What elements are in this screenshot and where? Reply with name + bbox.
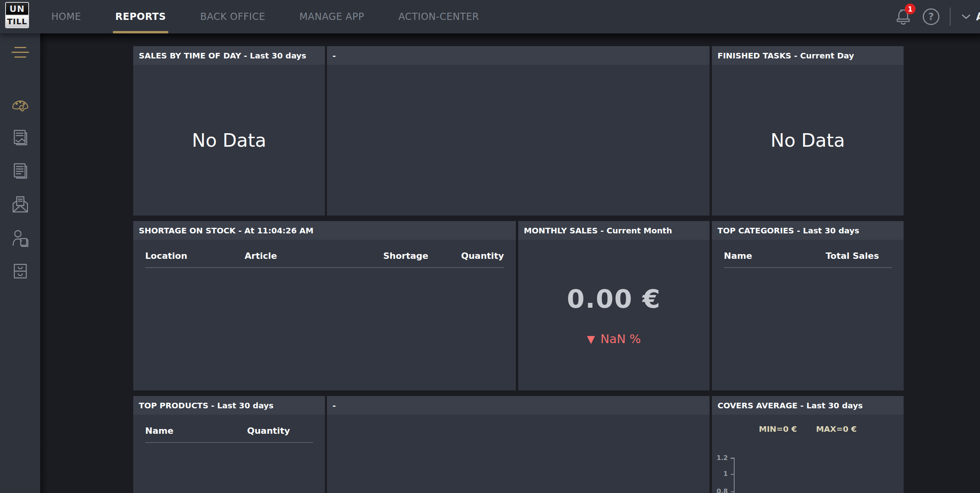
sales-report-icon — [11, 128, 30, 147]
y-tick-label: 1 — [712, 470, 728, 477]
no-data-label: No Data — [712, 65, 904, 215]
column-shortage: Shortage — [341, 251, 428, 261]
y-tick — [731, 474, 734, 475]
nav-home[interactable]: HOME — [49, 0, 84, 33]
card-finished-tasks: FINISHED TASKS - Current Day No Data — [712, 46, 904, 215]
column-article: Article — [245, 251, 341, 261]
nav-manage-app[interactable]: MANAGE APP — [297, 0, 367, 33]
column-quantity: Quantity — [428, 251, 504, 261]
card-untitled-top: - — [327, 46, 710, 215]
column-name: Name — [724, 251, 826, 261]
card-title: COVERS AVERAGE - Last 30 days — [712, 396, 904, 415]
documents-icon — [11, 162, 30, 180]
arrow-down-icon: ▼ — [587, 333, 595, 345]
y-tick — [731, 491, 734, 492]
card-title: - — [327, 46, 710, 65]
topbar-controls: 1 ? AD — [894, 0, 980, 33]
mail-report-icon — [11, 195, 30, 214]
card-top-categories: TOP CATEGORIES - Last 30 days Name Total… — [712, 221, 904, 390]
nav-back-office[interactable]: BACK OFFICE — [198, 0, 268, 33]
card-title: SALES BY TIME OF DAY - Last 30 days — [133, 46, 325, 65]
column-location: Location — [145, 251, 245, 261]
menu-icon[interactable] — [12, 47, 29, 58]
delta-percent-label: NaN % — [601, 332, 641, 346]
user-name-label: AD — [976, 11, 980, 23]
card-title: TOP PRODUCTS - Last 30 days — [133, 396, 325, 415]
sidebar-nav — [0, 95, 40, 280]
notifications-button[interactable]: 1 — [894, 7, 912, 27]
topbar-shadow — [40, 33, 980, 44]
dashboard-icon — [11, 95, 30, 113]
min-label: MIN=0 € — [759, 424, 797, 434]
y-tick-label: 1.2 — [712, 454, 728, 462]
sidebar — [0, 33, 40, 493]
max-label: MAX=0 € — [816, 424, 857, 434]
card-untitled-bottom: - Bear — [327, 396, 710, 493]
column-quantity: Quantity — [247, 426, 290, 436]
untill-logo[interactable]: UN TILL — [5, 2, 29, 28]
logo-line-1: UN — [6, 3, 28, 16]
minmax-row: MIN=0 € MAX=0 € — [712, 424, 904, 434]
logo-line-2: TILL — [6, 16, 28, 27]
monthly-sales-delta: ▼ NaN % — [587, 332, 641, 346]
column-name: Name — [145, 426, 247, 436]
sidebar-item-dashboard[interactable] — [10, 95, 30, 113]
monthly-sales-value: 0.00 € — [567, 284, 661, 314]
y-tick-label: 0.8 — [712, 487, 728, 493]
sidebar-shadow — [40, 33, 48, 493]
nav-action-center[interactable]: ACTION-CENTER — [396, 0, 482, 33]
main-nav: HOME REPORTS BACK OFFICE MANAGE APP ACTI… — [49, 0, 482, 33]
card-title: MONTHLY SALES - Current Month — [518, 221, 710, 240]
nav-reports[interactable]: REPORTS — [113, 0, 168, 33]
table-header-row: Name Quantity — [145, 426, 313, 443]
chart-y-axis — [734, 458, 735, 493]
user-menu[interactable]: AD — [961, 11, 980, 23]
card-title: SHORTAGE ON STOCK - At 11:04:26 AM — [133, 221, 516, 240]
card-top-products: TOP PRODUCTS - Last 30 days Name Quantit… — [133, 396, 325, 493]
sidebar-item-documents[interactable] — [10, 162, 30, 180]
sidebar-item-archive[interactable] — [10, 262, 30, 280]
sidebar-item-customer-report[interactable] — [10, 229, 30, 247]
chevron-down-icon — [961, 13, 971, 21]
top-bar: UN TILL HOME REPORTS BACK OFFICE MANAGE … — [0, 0, 980, 33]
y-tick — [731, 458, 734, 459]
no-data-label: No Data — [133, 65, 325, 215]
archive-icon — [11, 262, 30, 280]
card-title: FINISHED TASKS - Current Day — [712, 46, 904, 65]
card-covers-average: COVERS AVERAGE - Last 30 days MIN=0 € MA… — [712, 396, 904, 493]
notification-badge: 1 — [905, 4, 916, 14]
card-title: - — [327, 396, 710, 415]
customer-report-icon — [11, 229, 30, 247]
card-shortage-on-stock: SHORTAGE ON STOCK - At 11:04:26 AM Locat… — [133, 221, 516, 390]
dashboard-page: UN TILL HOME REPORTS BACK OFFICE MANAGE … — [0, 0, 980, 493]
topbar-divider — [950, 8, 951, 26]
sidebar-item-mail-report[interactable] — [10, 195, 30, 214]
question-mark-icon: ? — [928, 11, 934, 22]
card-sales-by-time: SALES BY TIME OF DAY - Last 30 days No D… — [133, 46, 325, 215]
sidebar-item-sales-report[interactable] — [10, 128, 30, 147]
help-button[interactable]: ? — [923, 8, 939, 25]
column-total-sales: Total Sales — [826, 251, 879, 261]
table-header-row: Name Total Sales — [724, 251, 892, 268]
card-monthly-sales: MONTHLY SALES - Current Month 0.00 € ▼ N… — [518, 221, 710, 390]
table-header-row: Location Article Shortage Quantity — [145, 251, 504, 268]
card-title: TOP CATEGORIES - Last 30 days — [712, 221, 904, 240]
